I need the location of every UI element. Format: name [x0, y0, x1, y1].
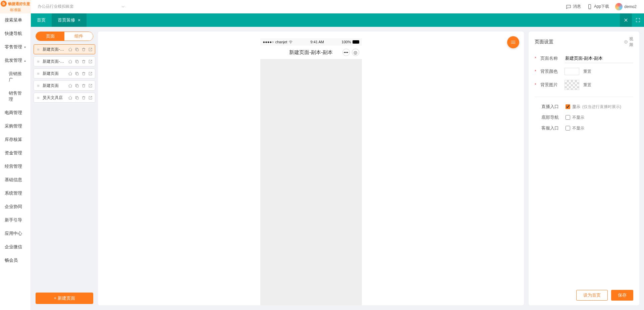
sidebar-item-search[interactable]: 搜索菜单	[0, 13, 31, 27]
save-button[interactable]: 保存	[611, 290, 633, 301]
phone-body[interactable]	[260, 59, 362, 305]
bottom-nav-checkbox[interactable]	[566, 115, 570, 120]
home-icon[interactable]	[67, 83, 73, 88]
field-live-entry: 直播入口 显示 (仅当进行直播时展示)	[535, 104, 633, 110]
sidebar-item-wholesale[interactable]: 批发管理▴	[0, 54, 31, 67]
sidebar-item-ecommerce[interactable]: 电商管理	[0, 106, 31, 119]
tab-home[interactable]: 首页	[31, 13, 52, 27]
field-bg-color: * 背景颜色 重置	[535, 68, 633, 75]
page-item[interactable]: ≡新建页面	[34, 81, 95, 91]
set-home-button[interactable]: 设为首页	[576, 290, 608, 301]
drag-handle-icon[interactable]: ≡	[36, 95, 41, 100]
bg-color-swatch[interactable]	[565, 68, 579, 75]
copy-icon[interactable]	[74, 83, 79, 88]
delete-icon[interactable]	[81, 47, 86, 52]
account-selector[interactable]: 办公品行业模拟账套	[38, 4, 125, 9]
sidebar-item-sales[interactable]: 销售管理	[0, 87, 31, 106]
bg-color-reset[interactable]: 重置	[583, 69, 591, 74]
app-download-label: App下载	[594, 4, 609, 9]
phone-page-title: 新建页面-副本-副本	[289, 49, 333, 56]
phone-carrier: chanjet	[275, 40, 287, 44]
live-show-checkbox[interactable]	[566, 104, 570, 109]
tab-decorate[interactable]: 首页装修 ×	[52, 13, 87, 27]
live-show-text: 显示	[572, 104, 580, 110]
close-all-tabs-button[interactable]	[620, 13, 632, 27]
page-item[interactable]: ≡昊天文具店	[34, 93, 95, 103]
share-icon[interactable]	[88, 71, 93, 76]
user-menu[interactable]: demo2	[615, 3, 637, 10]
sidebar-item-guide[interactable]: 新手引导	[0, 213, 31, 227]
share-icon[interactable]	[88, 47, 93, 52]
home-icon[interactable]	[67, 47, 73, 52]
delete-icon[interactable]	[81, 59, 86, 64]
copy-icon[interactable]	[74, 47, 79, 52]
page-item[interactable]: ≡新建页面-副本	[34, 56, 95, 66]
copy-icon[interactable]	[74, 71, 79, 76]
divider	[535, 97, 633, 97]
delete-icon[interactable]	[81, 83, 86, 88]
share-icon[interactable]	[88, 95, 93, 100]
brand-block: b 畅捷通好生意 标准版	[0, 0, 31, 13]
share-icon[interactable]	[88, 83, 93, 88]
required-mark: *	[535, 56, 536, 61]
bg-image-picker[interactable]	[565, 80, 579, 90]
account-selector-label: 办公品行业模拟账套	[38, 4, 74, 9]
page-item-name: 新建页面	[43, 71, 65, 76]
sidebar-item-basic[interactable]: 基础信息	[0, 173, 31, 187]
page-list-panel: 页面 组件 ≡新建页面-副本...≡新建页面-副本≡新建页面≡新建页面≡昊天文具…	[31, 27, 98, 310]
close-icon[interactable]: ×	[78, 17, 80, 23]
caret-down-icon: ▾	[24, 45, 26, 49]
copy-icon[interactable]	[74, 59, 79, 64]
sidebar-item-member[interactable]: 畅会员	[0, 254, 31, 267]
segment-pages[interactable]: 页面	[36, 32, 64, 41]
page-item-name: 新建页面-副本	[43, 59, 65, 64]
page-item[interactable]: ≡新建页面	[34, 68, 95, 79]
delete-icon[interactable]	[81, 71, 86, 76]
segment-components[interactable]: 组件	[64, 32, 93, 41]
home-icon[interactable]	[67, 59, 73, 64]
app-download-button[interactable]: App下载	[587, 4, 609, 9]
sidebar-item-appcenter[interactable]: 应用中心	[0, 227, 31, 240]
sidebar-item-retail[interactable]: 零售管理▾	[0, 40, 31, 54]
bg-image-reset[interactable]: 重置	[583, 82, 591, 88]
sidebar-item-system[interactable]: 系统管理	[0, 187, 31, 200]
canvas-area: ●●●●○ chanjet 9:41 AM 100% 新建页面-副本-副本	[98, 32, 524, 305]
bottom-nav-text: 不显示	[572, 115, 584, 120]
sidebar-item-inventory[interactable]: 库存核算	[0, 133, 31, 146]
home-icon[interactable]	[67, 71, 73, 76]
home-icon[interactable]	[67, 95, 73, 100]
brand-logo-icon: b	[1, 1, 7, 7]
delete-icon[interactable]	[81, 95, 86, 100]
fullscreen-button[interactable]	[632, 13, 644, 27]
sidebar-item-wechat[interactable]: 企业微信	[0, 240, 31, 254]
sidebar-item-collab[interactable]: 企业协同	[0, 200, 31, 213]
page-item[interactable]: ≡新建页面-副本...	[34, 44, 95, 54]
battery-icon	[353, 40, 359, 44]
drag-handle-icon[interactable]: ≡	[36, 83, 41, 88]
canvas-menu-fab[interactable]	[507, 36, 519, 48]
sidebar-item-quicknav[interactable]: 快捷导航	[0, 27, 31, 40]
settings-title: 页面设置	[535, 39, 553, 45]
drag-handle-icon[interactable]: ≡	[36, 71, 41, 76]
bg-image-label: 背景图片	[540, 82, 560, 88]
phone-battery-pct: 100%	[341, 40, 351, 44]
user-name: demo2	[624, 4, 637, 9]
service-checkbox[interactable]	[566, 126, 570, 131]
video-help-link[interactable]: 视频	[624, 36, 633, 48]
miniapp-more-icon[interactable]: •••	[342, 49, 350, 56]
copy-icon[interactable]	[74, 95, 79, 100]
sidebar-item-marketing[interactable]: 营销推广	[0, 67, 31, 87]
page-item-name: 新建页面	[43, 83, 65, 89]
page-name-input[interactable]	[565, 54, 633, 63]
drag-handle-icon[interactable]: ≡	[36, 47, 41, 52]
bg-color-label: 背景颜色	[540, 68, 560, 74]
miniapp-target-icon[interactable]: ◎	[352, 49, 359, 56]
share-icon[interactable]	[88, 59, 93, 64]
sidebar-item-operation[interactable]: 经营管理	[0, 160, 31, 173]
sidebar-item-purchase[interactable]: 采购管理	[0, 119, 31, 133]
messages-button[interactable]: 消息	[566, 4, 581, 9]
sidebar-item-funds[interactable]: 资金管理	[0, 146, 31, 160]
field-service-entry: 客服入口 不显示	[535, 125, 633, 131]
new-page-button[interactable]: + 新建页面	[36, 293, 93, 304]
drag-handle-icon[interactable]: ≡	[36, 59, 41, 64]
